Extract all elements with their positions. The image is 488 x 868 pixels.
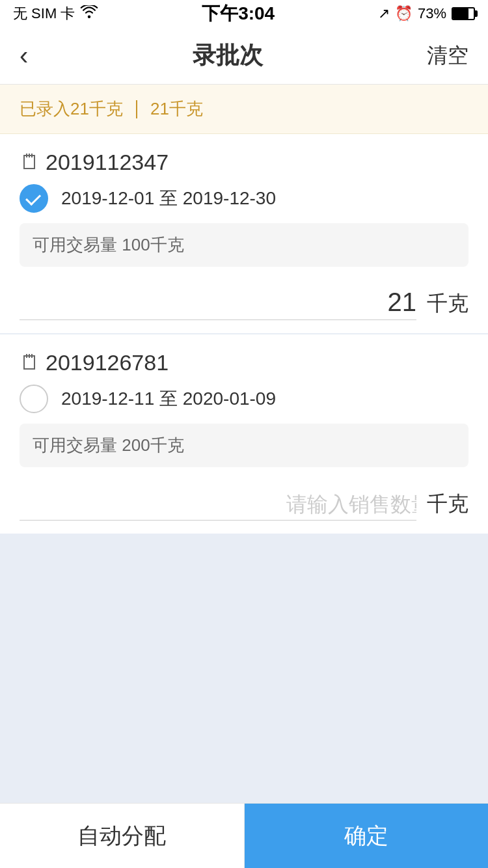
page-content: 已录入21千克 21千克 🗒 2019112347 2019-12-01 至 2… — [0, 85, 488, 868]
batch-id-2: 2019126781 — [46, 350, 169, 375]
location-icon: ↗ — [378, 5, 390, 22]
quantity-row-2: 千克 — [0, 478, 488, 534]
batch-date-row-1: 2019-12-01 至 2019-12-30 — [0, 182, 488, 223]
batch-icon-2: 🗒 — [20, 351, 40, 375]
info-label: 已录入21千克 — [20, 98, 123, 120]
quantity-input-1[interactable] — [286, 288, 416, 317]
alarm-icon: ⏰ — [395, 5, 413, 22]
quantity-unit-2: 千克 — [427, 490, 468, 519]
page-title: 录批次 — [193, 40, 263, 72]
info-value: 21千克 — [150, 98, 203, 120]
batch-icon-1: 🗒 — [20, 150, 40, 174]
quantity-unit-1: 千克 — [427, 290, 468, 318]
batch-item-2: 🗒 2019126781 2019-12-11 至 2020-01-09 可用交… — [0, 334, 488, 534]
radio-2[interactable] — [20, 385, 48, 413]
wifi-icon — [80, 5, 98, 22]
batch-date-2: 2019-12-11 至 2020-01-09 — [61, 387, 276, 411]
confirm-button[interactable]: 确定 — [245, 804, 489, 868]
quantity-input-2[interactable] — [286, 488, 416, 517]
clear-button[interactable]: 清空 — [427, 42, 468, 70]
quantity-underline-2 — [20, 520, 416, 521]
back-button[interactable]: ‹ — [20, 41, 28, 70]
status-left: 无 SIM 卡 — [13, 4, 98, 23]
info-banner: 已录入21千克 21千克 — [0, 85, 488, 134]
battery-text: 73% — [418, 5, 446, 22]
battery-icon — [452, 7, 475, 20]
quantity-row-1: 千克 — [0, 277, 488, 333]
status-time: 下午3:04 — [202, 1, 275, 26]
status-bar: 无 SIM 卡 下午3:04 ↗ ⏰ 73% — [0, 0, 488, 27]
batch-date-row-2: 2019-12-11 至 2020-01-09 — [0, 382, 488, 424]
batch-item-1: 🗒 2019112347 2019-12-01 至 2019-12-30 可用交… — [0, 134, 488, 333]
radio-1[interactable] — [20, 184, 48, 213]
status-right: ↗ ⏰ 73% — [378, 5, 475, 22]
batch-header-2: 🗒 2019126781 — [0, 334, 488, 382]
auto-distribute-button[interactable]: 自动分配 — [0, 804, 245, 868]
quantity-wrapper-1 — [20, 288, 416, 320]
quantity-underline-1 — [20, 319, 416, 320]
batch-availability-2: 可用交易量 200千克 — [20, 424, 468, 467]
info-divider — [136, 100, 137, 118]
empty-area — [0, 535, 488, 803]
batch-id-1: 2019112347 — [46, 150, 169, 175]
batch-date-1: 2019-12-01 至 2019-12-30 — [61, 186, 276, 211]
quantity-wrapper-2 — [20, 488, 416, 521]
batch-header-1: 🗒 2019112347 — [0, 134, 488, 182]
bottom-bar: 自动分配 确定 — [0, 803, 488, 868]
nav-bar: ‹ 录批次 清空 — [0, 27, 488, 85]
batch-availability-1: 可用交易量 100千克 — [20, 223, 468, 267]
carrier-text: 无 SIM 卡 — [13, 4, 75, 23]
